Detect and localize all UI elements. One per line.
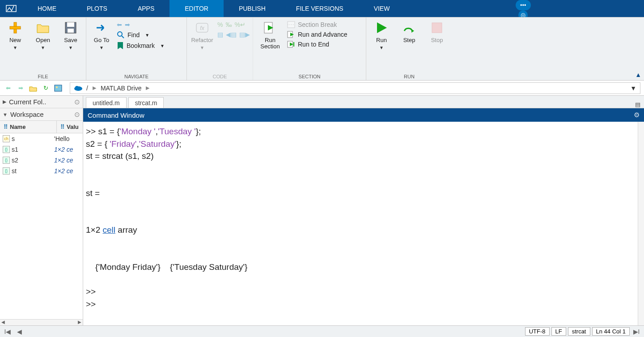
tab-publish[interactable]: PUBLISH [224, 0, 281, 17]
first-page-icon[interactable]: I◀ [3, 328, 13, 335]
tab-view[interactable]: VIEW [359, 0, 405, 17]
gear-icon[interactable]: ⚙ [634, 111, 640, 119]
group-label-navigate: NAVIGATE [89, 72, 184, 80]
tab-apps[interactable]: APPS [123, 0, 169, 17]
command-window-header: Command Window ⚙ [83, 108, 644, 122]
status-bar: I◀ ◀ UTF-8 LF strcat Ln 44 Col 1 ▶I [0, 325, 644, 337]
up-folder-icon[interactable] [29, 84, 38, 93]
col-value[interactable]: ⠿Valu [57, 121, 83, 133]
indent2-icon[interactable]: ▤▶ [239, 31, 250, 38]
current-folder-header[interactable]: ▶ Current Fol.. ⊙ [0, 96, 83, 108]
play-icon [375, 21, 388, 34]
refactor-button[interactable]: fx Refactor▼ [190, 19, 215, 50]
workspace-row[interactable]: chs'Hello [0, 133, 83, 144]
svg-rect-6 [67, 22, 74, 27]
disk-icon [64, 21, 77, 34]
bookmark-button[interactable]: Bookmark▼ [117, 42, 184, 50]
breadcrumb-drive[interactable]: MATLAB Drive [101, 85, 142, 92]
collapse-ribbon-icon[interactable]: ▲ [635, 71, 641, 78]
col-name[interactable]: ⠿Name [0, 121, 57, 133]
tab-editor[interactable]: EDITOR [169, 0, 224, 17]
close-icon[interactable]: ⊙ [74, 98, 80, 106]
current-folder-label: Current Fol.. [9, 98, 46, 106]
tabs-menu-icon[interactable]: ▤ [635, 101, 640, 108]
breadcrumb-root[interactable]: / [86, 85, 88, 92]
chevron-right-icon: ▶ [93, 85, 96, 91]
tab-file-versions[interactable]: FILE VERSIONS [281, 0, 359, 17]
step-button[interactable]: Step [397, 19, 422, 43]
open-button[interactable]: Open▼ [30, 19, 55, 50]
back-nav-icon[interactable]: ⬅ [4, 84, 13, 93]
outdent-icon[interactable]: ◀▤ [226, 31, 237, 38]
svg-rect-7 [68, 29, 74, 33]
cloud-icon [74, 85, 83, 91]
picture-icon[interactable] [54, 84, 63, 93]
prev-page-icon[interactable]: ◀ [14, 328, 24, 335]
run-to-end-icon [287, 41, 295, 48]
vertical-scrollbar[interactable] [638, 122, 644, 325]
svg-rect-0 [6, 5, 16, 12]
new-button[interactable]: New▼ [3, 19, 28, 50]
indent-icon[interactable]: ▤ [217, 31, 223, 38]
group-label-run: RUN [369, 72, 449, 80]
more-pill-icon[interactable]: ••• [516, 0, 531, 10]
file-tab[interactable]: strcat.m [128, 97, 164, 108]
run-section-button[interactable]: Run Section [256, 19, 284, 50]
status-function[interactable]: strcat [568, 327, 590, 336]
chevron-right-icon: ▶ [146, 85, 149, 91]
expand-down-icon: ▼ [3, 112, 8, 117]
cell-var-icon: {} [3, 157, 10, 164]
svg-text:fx: fx [200, 25, 204, 31]
tab-plots[interactable]: PLOTS [72, 0, 123, 17]
workspace-row[interactable]: {}st1×2 ce [0, 166, 83, 176]
run-section-icon [263, 21, 277, 34]
char-var-icon: ch [3, 135, 10, 142]
breadcrumb[interactable]: / ▶ MATLAB Drive ▶ ▼ [70, 82, 640, 94]
command-window[interactable]: >> s1 = {'Monday ','Tuesday '}; s2 = { '… [83, 122, 644, 325]
group-label-code: CODE [190, 72, 250, 80]
run-advance-icon [287, 31, 295, 38]
side-panel: ▶ Current Fol.. ⊙ ▼ Workspace ⊙ ⠿Name ⠿V… [0, 96, 83, 325]
svg-rect-18 [432, 23, 442, 33]
file-tabs: untitled.m strcat.m ▤ [83, 96, 644, 108]
run-to-end-button[interactable]: Run to End [287, 41, 363, 48]
status-encoding[interactable]: UTF-8 [525, 327, 550, 336]
uncomment-icon[interactable]: ‰ [225, 21, 232, 28]
refresh-icon[interactable]: ↻ [41, 84, 50, 93]
cell-var-icon: {} [3, 146, 10, 153]
workspace-row[interactable]: {}s11×2 ce [0, 144, 83, 155]
workspace-header[interactable]: ▼ Workspace ⊙ [0, 108, 83, 121]
breadcrumb-dropdown-icon[interactable]: ▼ [630, 85, 636, 92]
goto-button[interactable]: Go To▼ [89, 19, 114, 50]
workspace-row[interactable]: {}s21×2 ce [0, 155, 83, 166]
back-arrow-icon: ⬅ [117, 21, 122, 28]
stop-icon [431, 21, 443, 34]
close-icon[interactable]: ⊙ [74, 111, 80, 119]
status-eol[interactable]: LF [551, 327, 566, 336]
nav-arrows: ⬅ ➡ [117, 21, 184, 28]
wrap-comment-icon[interactable]: %↵ [234, 21, 245, 28]
save-button[interactable]: Save▼ [58, 19, 83, 50]
run-advance-button[interactable]: Run and Advance [287, 31, 363, 38]
find-button[interactable]: Find▼ [117, 31, 184, 39]
section-break-button[interactable]: Section Break [287, 21, 363, 28]
svg-line-9 [122, 36, 124, 38]
last-page-icon[interactable]: ▶I [631, 328, 641, 335]
run-button[interactable]: Run▼ [369, 19, 394, 50]
app-logo-icon [0, 0, 22, 17]
file-tab[interactable]: untitled.m [86, 97, 127, 108]
stop-button[interactable]: Stop [424, 19, 449, 43]
editor-area: untitled.m strcat.m ▤ Command Window ⚙ >… [83, 96, 644, 325]
comment-icon[interactable]: % [217, 21, 223, 28]
status-position[interactable]: Ln 44 Col 1 [592, 327, 630, 336]
workspace-label: Workspace [10, 111, 44, 118]
ribbon-group-section: Run Section Section Break Run and Advanc… [253, 17, 366, 80]
fwd-nav-icon[interactable]: ➡ [16, 84, 25, 93]
address-bar: ⬅ ➡ ↻ / ▶ MATLAB Drive ▶ ▼ [0, 81, 644, 96]
cell-link[interactable]: cell [103, 225, 116, 235]
ribbon: New▼ Open▼ Save▼ FILE Go To▼ ⬅ ➡ [0, 17, 644, 81]
magnifier-icon [117, 31, 125, 39]
horizontal-scrollbar[interactable]: ◀▶ [0, 319, 83, 325]
workspace-columns: ⠿Name ⠿Valu [0, 121, 83, 133]
tab-home[interactable]: HOME [22, 0, 72, 17]
